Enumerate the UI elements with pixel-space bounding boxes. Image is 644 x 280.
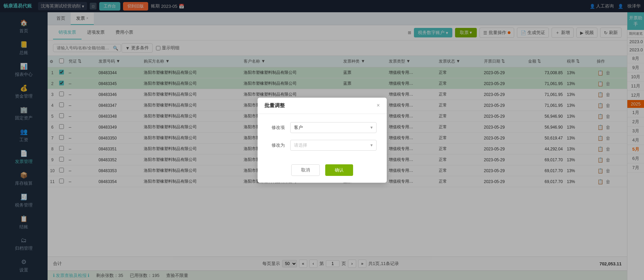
modal-footer: 取消 确认 xyxy=(258,159,387,183)
field-select[interactable]: 客户 ▾ xyxy=(290,122,377,133)
value-select[interactable]: 请选择 ▾ xyxy=(290,140,377,151)
field-value: 客户 xyxy=(294,125,303,131)
value-chevron-icon: ▾ xyxy=(370,143,373,148)
confirm-button[interactable]: 确认 xyxy=(325,164,353,176)
value-row: 修改为 请选择 ▾ xyxy=(268,140,377,151)
value-label: 修改为 xyxy=(268,142,285,148)
modal-body: 修改项 客户 ▾ 修改为 请选择 ▾ xyxy=(258,114,387,159)
batch-adjust-modal: 批量调整 × 修改项 客户 ▾ 修改为 请选择 ▾ 取消 确认 xyxy=(258,98,387,183)
value-placeholder: 请选择 xyxy=(294,142,307,148)
modal-close-button[interactable]: × xyxy=(377,102,380,109)
cancel-button[interactable]: 取消 xyxy=(291,164,320,176)
field-label: 修改项 xyxy=(268,125,285,131)
modal-overlay[interactable]: 批量调整 × 修改项 客户 ▾ 修改为 请选择 ▾ 取消 确认 xyxy=(0,0,644,280)
modal-header: 批量调整 × xyxy=(258,98,387,114)
modal-title: 批量调整 xyxy=(264,102,285,109)
field-chevron-icon: ▾ xyxy=(370,125,373,130)
field-row: 修改项 客户 ▾ xyxy=(268,122,377,133)
